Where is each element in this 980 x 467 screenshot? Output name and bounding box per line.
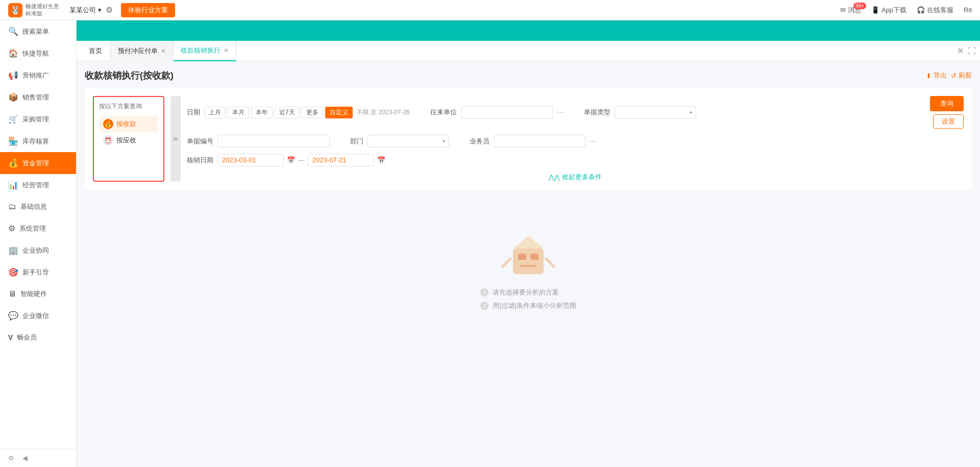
- tab-bar-actions: ✕ ⛶: [957, 46, 976, 56]
- refresh-icon: ↺: [951, 72, 957, 80]
- staff-input[interactable]: [494, 135, 585, 148]
- system-icon: ⚙: [8, 224, 15, 233]
- staff-more-icon[interactable]: ···: [590, 137, 596, 146]
- date-field: 日期 上月 本月 本年 近7天 更多 自定义 不限 至 2023-07-26: [187, 107, 410, 118]
- calendar-from-icon[interactable]: 📅: [287, 156, 295, 164]
- refresh-button[interactable]: ↺ 刷新: [951, 71, 972, 80]
- business-icon: 📊: [8, 180, 18, 190]
- app-download-button[interactable]: 📱 App下载: [871, 6, 906, 15]
- message-icon: ✉: [840, 6, 846, 14]
- date-btn-more[interactable]: 更多: [302, 107, 323, 118]
- top-bar-right: ✉ 消息 99+ 📱 App下载 🎧 在线客服 Rit: [840, 6, 972, 15]
- sidebar-item-search[interactable]: 🔍 搜索菜单: [0, 20, 76, 42]
- tab-home[interactable]: 首页: [81, 41, 111, 61]
- sidebar-item-hardware[interactable]: 🖥 智能硬件: [0, 283, 76, 305]
- user-profile[interactable]: Rit: [964, 6, 972, 14]
- bottom-gear-icon[interactable]: ⚙: [8, 454, 14, 462]
- date-btn-this-month[interactable]: 本月: [228, 107, 249, 118]
- marketing-icon: 📢: [8, 70, 18, 80]
- tab-close-receipt[interactable]: ✕: [224, 47, 229, 54]
- sidebar-item-member[interactable]: V 畅会员: [0, 327, 76, 348]
- collapse-more-conditions[interactable]: ⋀⋀ 收起更多条件: [187, 173, 964, 182]
- sidebar-item-marketing[interactable]: 📢 营销推广: [0, 64, 76, 86]
- filter-collapse-button[interactable]: ≫: [170, 96, 181, 182]
- tab-prepay[interactable]: 预付冲应付单 ✕: [111, 41, 174, 61]
- company-selector[interactable]: 某某公司 ▾: [69, 6, 102, 15]
- filter-option-by-payable[interactable]: ⏰ 按应收: [99, 132, 158, 149]
- empty-text: 1 请先选择要分析的方案 2 用[过滤]条件来缩小分析范围: [480, 288, 576, 310]
- sidebar-collapse-icon[interactable]: ◀: [22, 454, 28, 462]
- counterparty-input[interactable]: [461, 106, 553, 119]
- weixin-icon: 💬: [8, 311, 18, 321]
- sidebar-item-nav[interactable]: 🏠 快捷导航: [0, 42, 76, 64]
- filter-row-2: 单据编号 部门 ▾: [187, 135, 964, 148]
- sidebar-item-base[interactable]: 🗂 基础信息: [0, 196, 76, 217]
- sidebar-item-business[interactable]: 📊 经营管理: [0, 174, 76, 196]
- date-btn-this-year[interactable]: 本年: [251, 107, 273, 118]
- bill-no-input[interactable]: [217, 135, 330, 148]
- message-button[interactable]: ✉ 消息 99+: [840, 6, 861, 15]
- sidebar-item-corp[interactable]: 🏢 企业协同: [0, 239, 76, 261]
- page-content: 收款核销执行(按收款) ⬆ 导出 ↺ 刷新 按以下方案查询: [77, 61, 980, 467]
- svg-rect-0: [513, 249, 544, 274]
- empty-state: 1 请先选择要分析的方案 2 用[过滤]条件来缩小分析范围: [85, 190, 972, 351]
- sidebar-item-weixin[interactable]: 💬 企业微信: [0, 305, 76, 327]
- svg-rect-3: [520, 265, 536, 267]
- staff-field: 业务员 ···: [470, 135, 596, 148]
- sidebar-item-guide[interactable]: 🎯 新手引导: [0, 261, 76, 283]
- date-label: 日期: [187, 108, 200, 117]
- dept-label: 部门: [350, 137, 363, 146]
- date-btn-custom[interactable]: 自定义: [325, 107, 353, 118]
- calendar-to-icon[interactable]: 📅: [377, 156, 385, 164]
- hardware-icon: 🖥: [8, 289, 16, 299]
- filter-actions: 查询 设置: [930, 96, 964, 129]
- sidebar-item-inventory[interactable]: 🏪 库存核算: [0, 130, 76, 152]
- corp-icon: 🏢: [8, 245, 18, 255]
- verify-date-label: 核销日期: [187, 156, 213, 165]
- sales-icon: 📦: [8, 92, 18, 102]
- dept-field: 部门 ▾: [350, 135, 449, 148]
- solution-button[interactable]: 休验行业方案: [121, 3, 175, 17]
- filter-sidebar: 按以下方案查询 💰 按收款 ⏰ 按应收: [93, 96, 164, 182]
- main-layout: 🔍 搜索菜单 🏠 快捷导航 📢 营销推广 📦 销售管理 🛒 采购管理 🏪 库存核…: [0, 20, 980, 467]
- sidebar-item-finance[interactable]: 💰 资金管理: [0, 152, 76, 174]
- logo: 🐰 畅捷通好生意 标准版: [8, 3, 59, 17]
- counterparty-more-icon[interactable]: ···: [557, 108, 564, 117]
- dept-select[interactable]: [368, 135, 449, 148]
- filter-form: 日期 上月 本月 本年 近7天 更多 自定义 不限 至 2023-07-26: [187, 96, 964, 182]
- filter-panel: 按以下方案查询 💰 按收款 ⏰ 按应收 ≫: [85, 88, 972, 190]
- export-button[interactable]: ⬆ 导出: [926, 71, 947, 80]
- tab-close-prepay[interactable]: ✕: [161, 47, 166, 55]
- tab-expand-icon[interactable]: ⛶: [968, 46, 976, 56]
- date-range-display: 不限 至 2023-07-26: [357, 108, 410, 117]
- search-icon: 🔍: [8, 27, 18, 36]
- tab-receipt[interactable]: 收款核销执行 ✕: [174, 41, 236, 61]
- setting-button[interactable]: 设置: [933, 114, 964, 129]
- sidebar-item-sales[interactable]: 📦 销售管理: [0, 86, 76, 108]
- verify-date-to[interactable]: [308, 154, 374, 166]
- collapse-icon: ⋀⋀: [549, 174, 560, 181]
- empty-svg: [498, 231, 559, 282]
- svg-line-5: [503, 259, 510, 266]
- sidebar-item-system[interactable]: ⚙ 系统管理: [0, 217, 76, 239]
- filter-option-by-receipt[interactable]: 💰 按收款: [99, 116, 158, 132]
- date-quick-buttons: 上月 本月 本年 近7天 更多 自定义: [204, 107, 353, 118]
- customer-service-button[interactable]: 🎧 在线客服: [917, 6, 953, 15]
- bill-type-select[interactable]: [615, 106, 696, 119]
- base-icon: 🗂: [8, 202, 16, 211]
- export-icon: ⬆: [926, 72, 932, 80]
- chevron-down-icon: ▾: [98, 6, 102, 14]
- settings-icon[interactable]: ⚙: [106, 5, 113, 15]
- hint-num-1: 1: [480, 288, 488, 297]
- sidebar-bottom: ⚙ ◀: [0, 449, 76, 467]
- verify-date-from[interactable]: [217, 154, 284, 166]
- sidebar-item-purchase[interactable]: 🛒 采购管理: [0, 108, 76, 130]
- counterparty-field: 往来单位 ···: [430, 106, 564, 119]
- purchase-icon: 🛒: [8, 114, 18, 124]
- tab-close-all-icon[interactable]: ✕: [957, 46, 964, 56]
- date-btn-7days[interactable]: 近7天: [275, 107, 300, 118]
- date-btn-last-month[interactable]: 上月: [204, 107, 226, 118]
- filter-row-3: 核销日期 📅 — 📅: [187, 154, 964, 166]
- verify-date-picker: 📅 — 📅: [217, 154, 385, 166]
- query-button[interactable]: 查询: [930, 96, 964, 111]
